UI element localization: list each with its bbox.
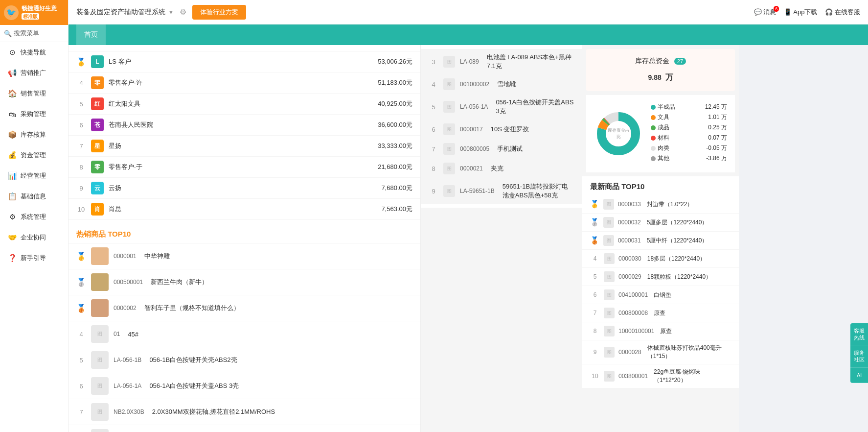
hot-product-placeholder: 图 [91, 403, 109, 421]
sidebar: 🐦 畅捷通好生意 标准版 🔍 搜索菜单 ⊙ 快捷导航 📢 营销推广 🏠 销售管理… [0, 0, 69, 432]
inv-placeholder: 图 [443, 123, 455, 135]
system-title: 装备及固定资产辅助管理系统 ▼ [76, 8, 174, 17]
inv-placeholder: 图 [443, 143, 455, 155]
sidebar-item-operations[interactable]: 📊 经营管理 [0, 166, 68, 186]
legend-item: 肉类 -0.05 万 [651, 144, 727, 152]
customer-item: 8 零 零售客户·于 21,680.00元 [69, 157, 420, 178]
latest-item: 🥉 图 0000031 5厘中纤（1220*2440） [582, 232, 739, 250]
customer-item: 7 星 星扬 33,333.00元 [69, 136, 420, 157]
sidebar-logo: 🐦 畅捷通好生意 标准版 [0, 0, 68, 25]
chart-center-label: 库存资金占比 [606, 127, 631, 140]
inv-placeholder: 图 [443, 56, 455, 68]
inv-placeholder: 图 [443, 163, 455, 174]
customer-avatar: 苍 [91, 119, 104, 131]
home-tab[interactable]: 首页 [76, 24, 106, 45]
latest-placeholder: 图 [604, 326, 615, 336]
sidebar-item-label: 快捷导航 [21, 48, 46, 57]
hot-products-section: 热销商品 TOP10 🥇 0000001 中华神雕 🥈 000500001 新西… [69, 224, 420, 432]
customer-avatar: L [91, 55, 104, 68]
inv-item: 6 图 0000017 10S 变扭罗孜 [421, 120, 582, 139]
main-area: 装备及固定资产辅助管理系统 ▼ ⚙ 体验行业方案 💬 6 消息 📱 App下载 … [69, 0, 868, 432]
latest-placeholder: 图 [604, 253, 615, 264]
dropdown-arrow-icon: ▼ [168, 9, 174, 15]
service-community-button[interactable]: 服务社区 [850, 345, 868, 368]
inv-placeholder: 图 [443, 185, 455, 197]
customer-item: 6 苍 苍南县人民医院 36,600.00元 [69, 115, 420, 136]
sidebar-item-quick-nav[interactable]: ⊙ 快捷导航 [0, 42, 68, 63]
sidebar-item-finance[interactable]: 💰 资金管理 [0, 145, 68, 166]
hot-item: 🥈 000500001 新西兰牛肉（新牛） [69, 269, 420, 295]
middle-panel: 🥇 L LS 客户 53,006.26元 4 零 零售客户·许 51,183.0… [69, 45, 421, 432]
hot-item: 8 图 0000011 12070519-xs [69, 425, 420, 432]
customer-service-button[interactable]: 客服热线 [850, 323, 868, 346]
sidebar-item-system[interactable]: ⚙ 系统管理 [0, 207, 68, 227]
latest-placeholder: 图 [603, 235, 614, 246]
sidebar-item-sales[interactable]: 🏠 销售管理 [0, 83, 68, 104]
stock-card: 库存总资金 27 9.88 万 [586, 49, 735, 91]
customer-avatar: 红 [91, 97, 104, 110]
logo-text: 畅捷通好生意 标准版 [22, 5, 57, 20]
sidebar-item-label: 采购管理 [21, 110, 46, 119]
sidebar-item-inventory[interactable]: 📦 库存核算 [0, 124, 68, 145]
hot-products-title: 热销商品 TOP10 [69, 224, 420, 243]
inv-item: 7 图 000800005 手机测试 [421, 139, 582, 159]
sidebar-item-collab[interactable]: 🤝 企业协同 [0, 227, 68, 248]
collab-icon: 🤝 [8, 233, 17, 242]
sidebar-item-label: 经营管理 [21, 171, 46, 180]
inv-item: 8 图 0000021 夹克 [421, 159, 582, 178]
home-icon: ⊙ [8, 48, 17, 57]
latest-placeholder: 图 [604, 308, 615, 318]
hot-product-placeholder: 图 [91, 377, 109, 395]
message-icon: 💬 [754, 8, 762, 16]
sidebar-item-basics[interactable]: 📋 基础信息 [0, 186, 68, 207]
app-header: 装备及固定资产辅助管理系统 ▼ ⚙ 体验行业方案 💬 6 消息 📱 App下载 … [69, 0, 868, 24]
newbie-icon: ❓ [8, 254, 17, 263]
latest-item: 🥇 图 0000033 封边带（1.0*22） [582, 195, 739, 214]
sidebar-item-label: 销售管理 [21, 89, 46, 98]
latest-placeholder: 图 [604, 371, 615, 382]
hot-item: 6 图 LA-056-1A 056-1A白色按键开关盖ABS 3壳 [69, 373, 420, 399]
sidebar-item-label: 企业协同 [21, 233, 46, 242]
sidebar-item-marketing[interactable]: 📢 营销推广 [0, 63, 68, 83]
hot-product-image [91, 299, 109, 317]
legend-item: 材料 0.07 万 [651, 134, 727, 142]
inv-item: 3 图 LA-089 电池盖 LA-089 ABS本色+黑种 7.1克 [421, 49, 582, 74]
trial-button[interactable]: 体验行业方案 [192, 5, 246, 20]
marketing-icon: 📢 [8, 69, 17, 77]
message-badge[interactable]: 💬 6 消息 [754, 8, 777, 17]
online-service[interactable]: 🎧 在线客服 [825, 8, 860, 17]
customer-item: 5 红 红太阳文具 40,925.00元 [69, 94, 420, 115]
customer-item: 9 云 云扬 7,680.00元 [69, 178, 420, 199]
app-download[interactable]: 📱 App下载 [784, 8, 817, 17]
customer-item: 4 零 零售客户·许 51,183.00元 [69, 72, 420, 94]
phone-icon: 📱 [784, 8, 792, 16]
finance-icon: 💰 [8, 151, 17, 160]
sidebar-item-newbie[interactable]: ❓ 新手引导 [0, 248, 68, 268]
customer-avatar: 星 [91, 140, 104, 152]
ai-button[interactable]: Ai [850, 368, 868, 383]
sidebar-item-label: 系统管理 [21, 213, 46, 221]
stock-chart: 库存资金占比 半成品 12.45 万 文具 1.01 万 成品 0.25 万 [586, 95, 735, 172]
customer-item: 🥇 L LS 客户 53,006.26元 [69, 51, 420, 72]
basics-icon: 📋 [8, 192, 17, 201]
customer-item: 10 肖 肖总 7,563.00元 [69, 199, 420, 220]
hot-item: 🥉 0000002 智利车子里（规格不知道填什么） [69, 295, 420, 321]
hot-item: 🥇 0000001 中华神雕 [69, 243, 420, 269]
right-panel: 库存总资金 27 9.88 万 [582, 45, 739, 432]
purchase-icon: 🛍 [8, 110, 17, 119]
inventory-icon: 📦 [8, 130, 17, 139]
customer-avatar: 零 [91, 161, 104, 173]
customer-avatar: 云 [91, 182, 104, 194]
sidebar-item-label: 营销推广 [21, 69, 46, 77]
top-navigation: 首页 [69, 24, 868, 45]
sidebar-search[interactable]: 🔍 搜索菜单 [0, 25, 68, 42]
fixed-action-buttons: 客服热线 服务社区 Ai [850, 323, 868, 383]
latest-item: 9 图 0000028 体械蔗核味苏打饮品400毫升（1*15） [582, 340, 739, 364]
inv-placeholder: 图 [443, 101, 455, 113]
legend-item: 其他 -3.86 万 [651, 154, 727, 163]
latest-placeholder: 图 [603, 199, 614, 210]
sidebar-item-label: 库存核算 [21, 130, 46, 139]
settings-gear-icon[interactable]: ⚙ [180, 7, 186, 17]
sidebar-item-purchase[interactable]: 🛍 采购管理 [0, 104, 68, 124]
donut-chart: 库存资金占比 [594, 109, 643, 158]
